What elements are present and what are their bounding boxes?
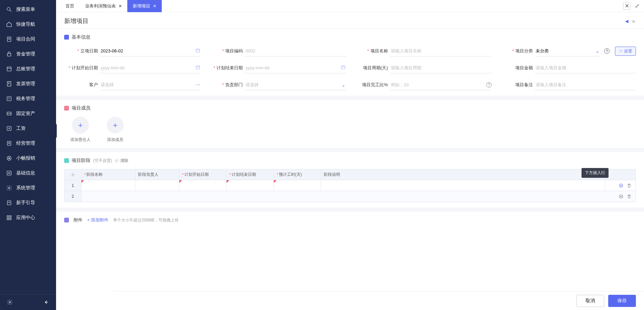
cell-name[interactable] — [81, 180, 135, 191]
sidebar-item-system[interactable]: 系统管理 — [0, 181, 56, 195]
cell-hours[interactable] — [274, 180, 321, 191]
add-owner-button[interactable]: ＋ — [72, 117, 89, 134]
svg-point-36 — [72, 174, 74, 175]
settings-icon[interactable] — [7, 299, 13, 305]
cycle-input[interactable] — [390, 64, 491, 72]
date-input[interactable] — [100, 47, 201, 55]
expand-button[interactable]: ⤢ — [633, 2, 641, 10]
collapse-icon[interactable] — [43, 299, 49, 305]
code-input[interactable] — [245, 47, 346, 55]
tax-icon — [6, 96, 12, 102]
home-icon — [6, 21, 12, 27]
delete-row-button[interactable] — [627, 194, 632, 199]
customer-select[interactable] — [100, 81, 201, 89]
cell-hours[interactable] — [274, 191, 321, 202]
field-label: 项目分类 — [499, 48, 533, 54]
setting-button[interactable]: 设置 — [615, 47, 636, 56]
insert-row-button[interactable] — [619, 183, 623, 188]
category-select[interactable] — [535, 47, 600, 55]
tab-label: 业务利润预估表 — [85, 3, 116, 9]
cell-desc[interactable] — [321, 180, 605, 191]
more-icon[interactable]: ⋯ — [196, 82, 200, 88]
svg-rect-34 — [341, 66, 345, 69]
cell-start[interactable] — [179, 191, 227, 202]
cell-actions — [605, 191, 636, 202]
prev-button[interactable]: ◀ — [625, 19, 628, 24]
footer: 取消 保存 — [112, 291, 644, 310]
close-all-button[interactable]: ✕ — [623, 2, 630, 10]
tab-home[interactable]: 首页 — [60, 0, 80, 12]
guide-icon — [6, 200, 12, 206]
sidebar-label: 经营管理 — [16, 140, 35, 146]
sidebar-item-basic[interactable]: 基础信息 — [0, 166, 56, 181]
sidebar-item-apps[interactable]: 应用中心 — [0, 210, 56, 225]
sidebar-item-ledger[interactable]: 总账管理 — [0, 62, 56, 76]
progress-input[interactable] — [390, 81, 491, 89]
calendar-icon[interactable] — [196, 65, 200, 71]
sidebar-label: 搜索菜单 — [16, 6, 35, 13]
cell-owner[interactable] — [135, 191, 179, 202]
table-row[interactable]: 2 — [65, 191, 636, 202]
add-member-button[interactable]: ＋ — [107, 117, 124, 134]
insert-row-button[interactable] — [619, 194, 623, 199]
chevron-down-icon[interactable]: ⌄ — [341, 82, 345, 88]
remark-input[interactable] — [535, 81, 636, 89]
dept-select[interactable] — [245, 81, 346, 89]
amount-input[interactable] — [535, 64, 636, 72]
search-icon — [6, 6, 12, 13]
cell-owner[interactable] — [135, 180, 179, 191]
cell-desc[interactable] — [321, 191, 605, 202]
sidebar-item-invoice[interactable]: 发票管理 — [0, 76, 56, 91]
tab-newproject[interactable]: 新增项目✕ — [127, 0, 162, 12]
gear-icon — [6, 185, 12, 191]
section-title: 附件 — [74, 217, 82, 223]
close-icon[interactable]: ✕ — [119, 4, 122, 8]
save-button[interactable]: 保存 — [608, 295, 636, 307]
sidebar-item-reimburse[interactable]: 小畅报销 — [0, 151, 56, 166]
field-planend: 计划结束日期 — [209, 63, 346, 73]
svg-rect-15 — [7, 141, 11, 145]
sidebar-item-asset[interactable]: 固定资产 — [0, 106, 56, 121]
chevron-down-icon[interactable]: ⌄ — [595, 48, 599, 54]
tabs-bar: 首页 业务利润预估表✕ 新增项目✕ ✕ ⤢ — [56, 0, 644, 12]
svg-point-22 — [8, 187, 10, 189]
sidebar-item-fund[interactable]: 资金管理 — [0, 47, 56, 62]
side-handle[interactable] — [55, 124, 57, 138]
help-icon[interactable]: ? — [604, 48, 610, 54]
clear-button[interactable]: 清除 — [115, 158, 128, 164]
page-nav: ◀ ▶ — [625, 19, 636, 24]
sidebar-item-tax[interactable]: 税务管理 — [0, 91, 56, 106]
planstart-input[interactable] — [100, 64, 201, 72]
close-icon[interactable]: ✕ — [153, 4, 156, 8]
sidebar-item-project[interactable]: 项目合同 — [0, 32, 56, 47]
next-button[interactable]: ▶ — [633, 19, 636, 24]
svg-rect-19 — [7, 171, 11, 175]
calendar-icon[interactable] — [341, 65, 345, 71]
asset-icon — [6, 111, 12, 117]
sidebar-item-salary[interactable]: 工资 — [0, 121, 56, 136]
table-row[interactable]: 1 — [65, 180, 636, 191]
sidebar-label: 小畅报销 — [16, 155, 35, 161]
cell-end[interactable] — [227, 180, 274, 191]
cell-end[interactable] — [227, 191, 274, 202]
help-icon[interactable]: ? — [486, 82, 492, 88]
add-attachment-button[interactable]: + 添加附件 — [87, 217, 108, 223]
cell-name[interactable] — [81, 191, 135, 202]
cancel-button[interactable]: 取消 — [576, 295, 604, 307]
sidebar-item-business[interactable]: 经营管理 — [0, 136, 56, 151]
svg-rect-25 — [10, 216, 11, 217]
delete-row-button[interactable] — [627, 183, 632, 188]
section-title: 项目成员 — [72, 105, 91, 111]
sidebar-item-search[interactable]: 搜索菜单 — [0, 2, 56, 17]
tab-profit[interactable]: 业务利润预估表✕ — [80, 0, 127, 12]
planend-input[interactable] — [245, 64, 346, 72]
field-code: 项目编码 — [209, 46, 346, 56]
name-input[interactable] — [390, 47, 491, 55]
sidebar-item-guide[interactable]: 新手引导 — [0, 195, 56, 210]
sidebar-item-quicknav[interactable]: 快捷导航 — [0, 17, 56, 32]
calendar-icon[interactable] — [196, 48, 200, 54]
content: 基本信息 立项日期 项目编码 项目名称 项目分类 — [56, 28, 644, 310]
gear-column-header[interactable] — [65, 169, 81, 180]
cell-start[interactable] — [179, 180, 227, 191]
sidebar-label: 项目合同 — [16, 36, 35, 42]
